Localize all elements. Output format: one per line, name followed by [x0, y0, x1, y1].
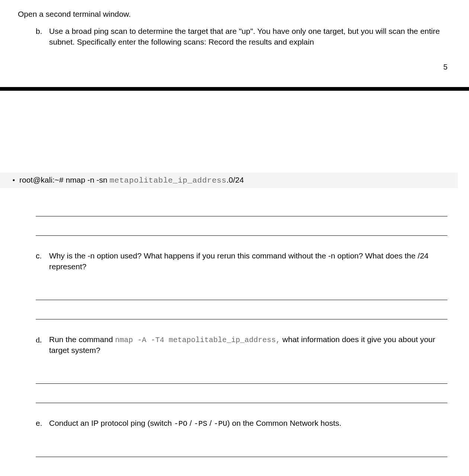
e-slash2: /: [207, 419, 214, 427]
e-sw2: -PS: [194, 419, 207, 428]
body-c: Why is the -n option used? What happens …: [49, 251, 451, 272]
answer-line: [36, 364, 447, 384]
cmd-mono: metapolitable_ip_address: [110, 176, 227, 185]
answer-line: [36, 384, 447, 403]
answer-line: [36, 197, 447, 216]
body-d: Run the command nmap -A -T4 metapolitabl…: [49, 334, 451, 356]
answer-line: [36, 281, 447, 300]
question-d: d. Run the command nmap -A -T4 metapolit…: [36, 334, 451, 356]
e-pre: Conduct an IP protocol ping (switch: [49, 419, 174, 427]
answer-line: [36, 457, 447, 476]
question-e: e. Conduct an IP protocol ping (switch -…: [36, 418, 451, 429]
body-e: Conduct an IP protocol ping (switch -PO …: [49, 418, 451, 429]
command-line: root@kali:~# nmap -n -sn metapolitable_i…: [19, 175, 458, 186]
bullet-icon: •: [8, 177, 19, 184]
e-sw1: -PO: [174, 419, 187, 428]
answer-line: [36, 300, 447, 319]
marker-d: d.: [36, 334, 49, 356]
question-b: b. Use a broad ping scan to determine th…: [36, 26, 451, 47]
marker-b: b.: [36, 26, 49, 47]
page-number: 5: [18, 62, 451, 72]
e-post: ) on the Common Network hosts.: [227, 419, 341, 427]
marker-e: e.: [36, 418, 49, 429]
d-cmd: nmap -A -T4 metapolitable_ip_address,: [115, 336, 280, 344]
body-b: Use a broad ping scan to determine the t…: [49, 26, 451, 47]
cmd-prefix: root@kali:~# nmap -n -sn: [19, 176, 110, 184]
page-break-rule: [0, 87, 469, 91]
e-slash1: /: [187, 419, 194, 427]
answer-line: [36, 216, 447, 236]
marker-c: c.: [36, 251, 49, 272]
e-sw3: -PU: [214, 419, 227, 428]
intro-text: Open a second terminal window.: [18, 9, 451, 19]
d-pre: Run the command: [49, 335, 115, 344]
answer-line: [36, 438, 447, 457]
question-c: c. Why is the -n option used? What happe…: [36, 251, 451, 272]
command-bullet-row: • root@kali:~# nmap -n -sn metapolitable…: [0, 173, 458, 188]
cmd-suffix: .0/24: [227, 176, 244, 184]
